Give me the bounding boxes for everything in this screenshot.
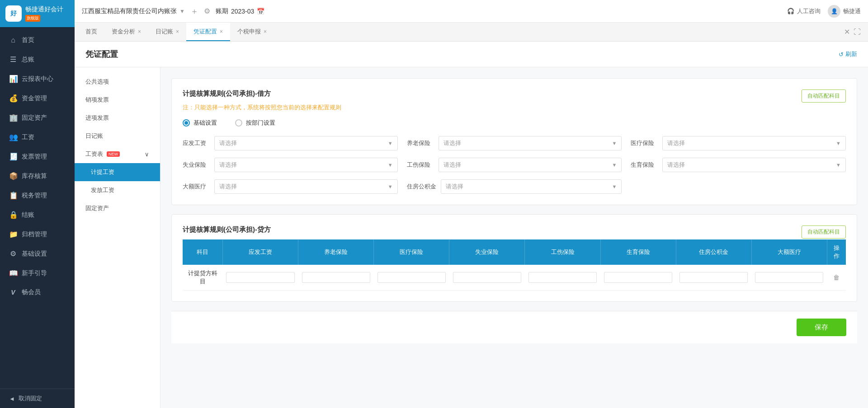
input-maternity[interactable] (604, 272, 672, 283)
sidebar-item-assets[interactable]: 🏢 固定资产 (0, 108, 75, 127)
sidebar-item-close[interactable]: 🔒 结账 (0, 205, 75, 225)
sidebar-item-settings[interactable]: ⚙ 基础设置 (0, 244, 75, 263)
pension-select[interactable]: 请选择 ▼ (439, 136, 622, 150)
unpin-icon: ◄ (9, 395, 15, 402)
maternity-placeholder: 请选择 (667, 161, 685, 169)
refresh-btn[interactable]: ↺ 刷新 (839, 50, 857, 58)
left-nav: 公共选项 销项发票 进项发票 日记账 工资表 NEW ∨ 计提工资 发放工资 固… (75, 67, 160, 408)
debit-section-note: 注：只能选择一种方式，系统将按照您当前的选择来配置规则 (183, 103, 846, 112)
chevron-down-icon: ▼ (612, 141, 617, 146)
sidebar-item-funds[interactable]: 💰 资金管理 (0, 89, 75, 108)
unemployment-label: 失业保险 (183, 161, 210, 169)
medical-select[interactable]: 请选择 ▼ (662, 136, 846, 150)
tab-close-icon[interactable]: × (220, 28, 223, 35)
content-area: 凭证配置 ↺ 刷新 公共选项 销项发票 进项发票 日记账 工资表 NEW ∨ (75, 42, 868, 408)
settings-btn[interactable]: ⚙ (204, 7, 210, 15)
sidebar-item-inventory[interactable]: 📦 库存核算 (0, 166, 75, 186)
sidebar-item-ledger[interactable]: ☰ 总账 (0, 50, 75, 69)
major-medical-select[interactable]: 请选择 ▼ (214, 179, 398, 194)
left-nav-journal[interactable]: 日记账 (75, 127, 160, 145)
input-gross[interactable] (226, 272, 294, 283)
form-item-empty (631, 179, 846, 194)
company-selector[interactable]: 江西服宝精品有限责任公司内账张 ▼ (82, 7, 185, 15)
left-nav-purchase-invoice[interactable]: 进项发票 (75, 109, 160, 127)
sidebar-item-salary[interactable]: 👥 工资 (0, 127, 75, 147)
tabbar-actions: ✕ ⛶ (844, 23, 864, 41)
support-btn[interactable]: 🎧 人工咨询 (787, 7, 821, 15)
left-nav-public[interactable]: 公共选项 (75, 73, 160, 91)
sidebar-item-archive[interactable]: 📁 归档管理 (0, 225, 75, 244)
radio-group: 基础设置 按部门设置 (183, 119, 846, 127)
refresh-label: 刷新 (845, 50, 857, 58)
sidebar-item-label: 资金管理 (22, 94, 47, 103)
chevron-down-icon: ▼ (836, 141, 841, 146)
th-injury: 工伤保险 (525, 239, 600, 265)
refresh-icon: ↺ (839, 51, 844, 58)
input-medical[interactable] (377, 272, 446, 283)
delete-row-btn[interactable]: 🗑 (833, 274, 840, 281)
sidebar-item-home[interactable]: ⌂ 首页 (0, 31, 75, 50)
td-gross (222, 265, 298, 291)
tab-close-icon[interactable]: × (264, 28, 267, 35)
left-nav-fixed-assets[interactable]: 固定资产 (75, 199, 160, 217)
tab-journal[interactable]: 日记账 × (148, 23, 186, 41)
th-pension: 养老保险 (298, 239, 374, 265)
topbar-right: 🎧 人工咨询 👤 畅捷通 (787, 5, 861, 18)
radio-dept[interactable]: 按部门设置 (235, 119, 275, 127)
tab-close-icon[interactable]: × (176, 28, 179, 35)
left-nav-sales-invoice[interactable]: 销项发票 (75, 91, 160, 109)
close-window-btn[interactable]: ✕ (844, 28, 850, 36)
sidebar-item-vip[interactable]: V 畅会员 (0, 283, 75, 302)
table-header-row: 科目 应发工资 养老保险 医疗保险 失业保险 工伤保险 生育保险 住房公积金 大… (183, 239, 846, 265)
right-content: 计提核算规则(公司承担)-借方 注：只能选择一种方式，系统将按照您当前的选择来配… (160, 67, 868, 408)
invoice-icon: 🧾 (9, 152, 17, 161)
company-dropdown-icon: ▼ (179, 8, 185, 14)
housing-fund-select[interactable]: 请选择 ▼ (441, 179, 622, 194)
tab-voucher-config[interactable]: 凭证配置 × (186, 23, 230, 41)
avatar: 👤 (828, 5, 840, 18)
left-nav-salary-table[interactable]: 工资表 NEW ∨ (75, 145, 160, 163)
td-pension (298, 265, 374, 291)
tab-close-icon[interactable]: × (138, 28, 141, 35)
maternity-label: 生育保险 (631, 161, 658, 169)
unemployment-select[interactable]: 请选择 ▼ (214, 158, 398, 172)
calendar-icon[interactable]: 📅 (257, 8, 264, 15)
tab-tax[interactable]: 个税申报 × (230, 23, 274, 41)
left-nav-accrual-salary[interactable]: 计提工资 (75, 163, 160, 181)
user-menu[interactable]: 👤 畅捷通 (828, 5, 861, 18)
add-company-btn[interactable]: ＋ (190, 6, 198, 17)
auto-match-credit-btn[interactable]: 自动匹配科目 (802, 225, 846, 239)
radio-dept-circle (235, 119, 242, 127)
input-housing[interactable] (679, 272, 748, 283)
radio-basic[interactable]: 基础设置 (183, 119, 217, 127)
sidebar-item-tax[interactable]: 📋 税务管理 (0, 186, 75, 205)
user-name: 畅捷通 (843, 7, 861, 15)
tab-funds[interactable]: 资金分析 × (104, 23, 148, 41)
form-item-medical: 医疗保险 请选择 ▼ (631, 136, 846, 150)
sidebar-item-guide[interactable]: 📖 新手引导 (0, 263, 75, 283)
sidebar-item-reports[interactable]: 📊 云报表中心 (0, 69, 75, 89)
th-medical: 医疗保险 (374, 239, 449, 265)
th-maternity: 生育保险 (600, 239, 676, 265)
injury-select[interactable]: 请选择 ▼ (439, 158, 622, 172)
sidebar-item-label: 首页 (22, 36, 34, 44)
reports-icon: 📊 (9, 75, 17, 83)
form-item-housing-fund: 住房公积金 请选择 ▼ (407, 179, 622, 194)
save-button[interactable]: 保存 (797, 319, 846, 336)
sidebar-unpin-btn[interactable]: ◄ 取消固定 (0, 389, 75, 408)
input-major-medical[interactable] (755, 272, 823, 283)
tab-home[interactable]: 首页 (78, 23, 104, 41)
expand-btn[interactable]: ⛶ (854, 28, 861, 36)
sidebar-item-invoice[interactable]: 🧾 发票管理 (0, 147, 75, 166)
input-unemployment[interactable] (453, 272, 521, 283)
gross-salary-select[interactable]: 请选择 ▼ (214, 136, 398, 150)
chevron-down-icon: ▼ (388, 141, 393, 146)
housing-fund-placeholder: 请选择 (446, 183, 463, 191)
home-icon: ⌂ (9, 36, 17, 44)
input-pension[interactable] (302, 272, 370, 283)
left-nav-pay-salary[interactable]: 发放工资 (75, 181, 160, 199)
input-injury[interactable] (528, 272, 597, 283)
maternity-select[interactable]: 请选择 ▼ (662, 158, 846, 172)
radio-dot (184, 121, 188, 125)
auto-match-debit-btn[interactable]: 自动匹配科目 (802, 89, 846, 103)
